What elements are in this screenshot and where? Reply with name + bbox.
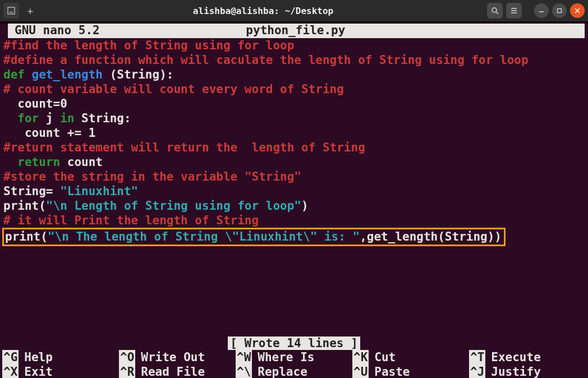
- menu-button[interactable]: [506, 3, 522, 19]
- shortcut-row-2: ^XExit ^RRead File ^\Replace ^UPaste ^JJ…: [2, 365, 586, 378]
- search-button[interactable]: [487, 3, 503, 19]
- window-title: alishba@alishba: ~/Desktop: [39, 6, 487, 16]
- nano-app-name: GNU nano 5.2: [11, 24, 100, 38]
- terminal-area[interactable]: GNU nano 5.2 python_file.py #find the le…: [0, 24, 588, 378]
- add-tab-button[interactable]: +: [21, 3, 39, 19]
- minimize-button[interactable]: [534, 3, 549, 18]
- maximize-button[interactable]: [552, 3, 567, 18]
- svg-point-2: [492, 8, 497, 12]
- nano-status: [ Wrote 14 lines ]: [0, 336, 588, 350]
- svg-rect-8: [558, 9, 562, 13]
- window-titlebar: + alishba@alishba: ~/Desktop: [0, 0, 588, 21]
- editor-content[interactable]: #find the length of String using for loo…: [0, 38, 588, 246]
- highlighted-line: print("\n The length of String \"Linuxhi…: [2, 228, 506, 246]
- close-button[interactable]: [570, 3, 585, 18]
- new-tab-button[interactable]: [3, 3, 19, 19]
- nano-header: GNU nano 5.2 python_file.py: [8, 24, 585, 38]
- svg-rect-0: [8, 7, 15, 14]
- nano-shortcuts: ^GHelp ^OWrite Out ^WWhere Is ^KCut ^TEx…: [0, 350, 588, 378]
- svg-line-3: [496, 12, 498, 14]
- nano-file-name: python_file.py: [100, 24, 581, 38]
- shortcut-row-1: ^GHelp ^OWrite Out ^WWhere Is ^KCut ^TEx…: [2, 350, 586, 365]
